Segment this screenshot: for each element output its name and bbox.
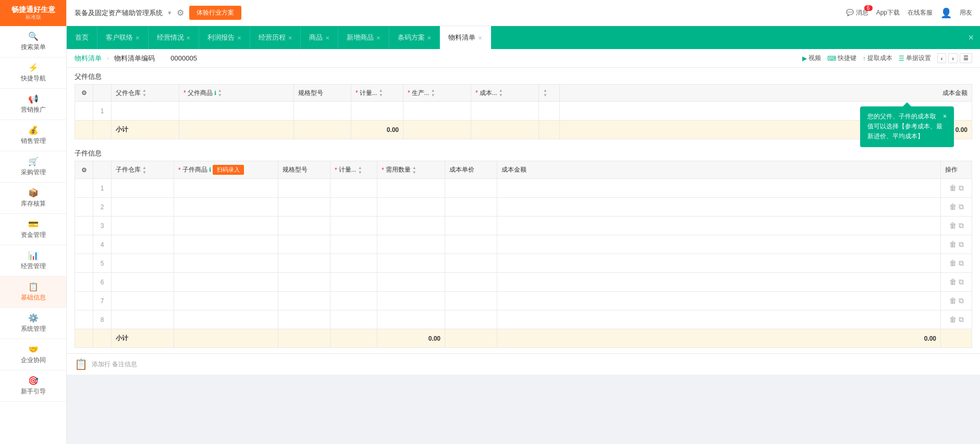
sidebar-item-purchase[interactable]: 🛒 采购管理 [0,151,66,183]
delete-icon[interactable]: 🗑 [949,240,957,249]
view-btn[interactable]: ▶ 视频 [802,54,821,63]
sort-arrows[interactable]: ▲▼ [431,88,435,98]
sort-arrows[interactable]: ▲▼ [142,88,146,98]
child-cell-warehouse[interactable] [112,179,174,198]
tab-barcode[interactable]: 条码方案 × [389,26,440,49]
parent-cell-unit[interactable] [351,102,403,121]
child-cell-unit[interactable] [330,179,377,198]
child-cell-qty[interactable] [377,198,445,217]
child-cell-price[interactable] [445,198,497,217]
sidebar-item-sales[interactable]: 💰 销售管理 [0,120,66,151]
tab-close-icon[interactable]: × [376,34,381,42]
list-view-btn[interactable]: ☰ [960,53,972,63]
delete-icon[interactable]: 🗑 [949,202,957,211]
tab-customer[interactable]: 客户联络 × [97,26,149,49]
delete-icon[interactable]: 🗑 [949,296,957,305]
prev-btn[interactable]: ‹ [937,53,947,63]
sidebar-item-system[interactable]: ⚙️ 系统管理 [0,308,66,339]
sidebar: 畅捷通好生意 标准版 🔍 搜索菜单 ⚡ 快捷导航 📢 营销推广 💰 销售管理 🛒… [0,0,67,444]
parent-cell-cost[interactable] [471,102,539,121]
sidebar-item-finance[interactable]: 💳 资金管理 [0,214,66,245]
copy-icon[interactable]: ⧉ [959,184,964,193]
copy-icon[interactable]: ⧉ [959,240,964,249]
sort-arrows[interactable]: ▲▼ [358,165,362,175]
sidebar-item-label: 搜索菜单 [21,43,46,52]
copy-icon[interactable]: ⧉ [959,221,964,230]
child-th-qty: *需用数量▲▼ [377,161,445,179]
parent-th-settings[interactable]: ⚙ [75,85,93,102]
child-cell-product[interactable] [174,198,278,217]
online-service[interactable]: 在线客服 [908,8,933,17]
tab-close-icon[interactable]: × [136,34,140,42]
tab-new-product[interactable]: 新增商品 × [338,26,389,49]
sidebar-item-guide[interactable]: 🎯 新手引导 [0,370,66,402]
child-cell-spec[interactable] [278,198,330,217]
parent-cell-product[interactable] [179,102,294,121]
shortcut-btn[interactable]: ⌨ 快捷键 [827,54,856,63]
next-btn[interactable]: › [948,53,958,63]
delete-icon[interactable]: 🗑 [949,259,957,268]
single-setting-btn[interactable]: ☰ 单据设置 [899,54,931,63]
trial-btn[interactable]: 体验行业方案 [189,6,241,20]
sidebar-item-marketing[interactable]: 📢 营销推广 [0,89,66,120]
child-cell-qty[interactable] [377,179,445,198]
breadcrumb-link[interactable]: 物料清单 [75,54,102,63]
sort-arrows[interactable]: ▲▼ [379,88,383,98]
sort-arrows[interactable]: ▲▼ [218,88,222,98]
child-cell-unit[interactable] [330,198,377,217]
sort-arrows[interactable]: ▲▼ [142,165,146,175]
parent-cell-production[interactable] [403,102,471,121]
parent-cell-warehouse[interactable] [112,102,179,121]
close-all-btn[interactable]: × [962,32,980,43]
delete-icon[interactable]: 🗑 [949,315,957,324]
scan-btn[interactable]: 扫码录入 [213,165,244,175]
sidebar-item-enterprise[interactable]: 🤝 企业协同 [0,339,66,370]
tab-close-icon[interactable]: × [187,34,191,42]
tab-operation[interactable]: 经营情况 × [149,26,200,49]
child-cell-product[interactable] [174,179,278,198]
sidebar-item-inventory[interactable]: 📦 库存核算 [0,183,66,214]
breadcrumb-right: ▶ 视频 ⌨ 快捷键 ↑ 提取成本 ☰ 单据设置 ‹ › ☰ [802,53,972,63]
sidebar-item-basic[interactable]: 📋 基础信息 [0,277,66,308]
sidebar-item-quicknav[interactable]: ⚡ 快捷导航 [0,57,66,89]
child-cell-price[interactable] [445,179,497,198]
app-download[interactable]: App下载 [876,8,900,17]
tab-close-icon[interactable]: × [427,34,432,42]
sort-arrows[interactable]: ▲▼ [412,165,416,175]
delete-icon[interactable]: 🗑 [949,278,957,286]
copy-icon[interactable]: ⧉ [959,202,964,211]
tab-profit[interactable]: 利润报告 × [199,26,250,49]
message-badge[interactable]: 💬 消息 6 [846,8,868,17]
delete-icon[interactable]: 🗑 [949,184,957,193]
sidebar-item-search[interactable]: 🔍 搜索菜单 [0,26,66,57]
sidebar-item-label: 库存核算 [21,199,46,208]
parent-cell-spec[interactable] [294,102,351,121]
tab-home[interactable]: 首页 [67,26,97,49]
tab-bom[interactable]: 物料清单 × [440,26,491,49]
copy-icon[interactable]: ⧉ [959,259,964,268]
logo-sub: 标准版 [26,14,41,21]
child-th-settings[interactable]: ⚙ [75,161,93,179]
settings-icon[interactable]: ⚙ [177,8,184,18]
tab-product[interactable]: 商品 × [301,26,338,49]
tooltip-close-btn[interactable]: × [943,112,947,122]
delete-icon[interactable]: 🗑 [949,221,957,230]
tab-close-icon[interactable]: × [237,34,241,42]
sort-arrows[interactable]: ▲▼ [543,88,555,98]
child-cell-spec[interactable] [278,179,330,198]
sort-arrows[interactable]: ▲▼ [499,88,503,98]
tab-close-icon[interactable]: × [325,34,329,42]
tab-history[interactable]: 经营历程 × [250,26,301,49]
child-cell-warehouse[interactable] [112,198,174,217]
copy-icon[interactable]: ⧉ [959,315,964,324]
copy-icon[interactable]: ⧉ [959,278,964,286]
parent-subtotal-row: 小计 0.00 0.00 [75,121,972,139]
tab-close-icon[interactable]: × [288,34,292,42]
sidebar-item-operation[interactable]: 📊 经营管理 [0,245,66,277]
tab-close-icon[interactable]: × [478,34,482,42]
child-th-warehouse: 子件仓库▲▼ [112,161,174,179]
child-subtotal-qty: 0.00 [377,329,445,348]
copy-icon[interactable]: ⧉ [959,296,964,305]
dropdown-arrow[interactable]: ▾ [168,9,172,17]
extract-cost-btn[interactable]: ↑ 提取成本 [863,54,892,63]
